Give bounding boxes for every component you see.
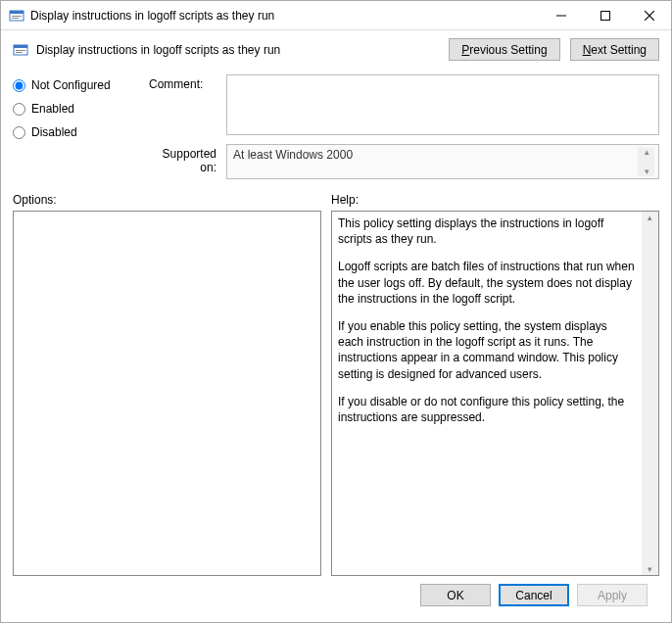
previous-setting-button[interactable]: Previous Setting (449, 38, 559, 61)
svg-rect-2 (12, 16, 22, 17)
header-row: Display instructions in logoff scripts a… (1, 30, 671, 69)
radio-disabled[interactable]: Disabled (13, 125, 145, 139)
radio-not-configured[interactable]: Not Configured (13, 78, 145, 92)
comment-label: Comment: (149, 74, 222, 138)
policy-icon (13, 42, 28, 58)
dialog-footer: OK Cancel Apply (13, 576, 659, 614)
maximize-button[interactable] (583, 1, 627, 29)
help-text: This policy setting displays the instruc… (338, 216, 635, 247)
help-text: If you enable this policy setting, the s… (338, 318, 635, 382)
policy-icon (9, 8, 24, 24)
help-text: If you disable or do not configure this … (338, 394, 635, 425)
svg-rect-5 (600, 11, 609, 20)
svg-rect-11 (16, 52, 23, 53)
supported-on-label: Supported on: (149, 144, 222, 179)
apply-button[interactable]: Apply (577, 584, 648, 606)
window-title: Display instructions in logoff scripts a… (30, 9, 539, 23)
supported-on-value: At least Windows 2000 (231, 147, 638, 176)
supported-scrollbar[interactable]: ▴▾ (638, 147, 654, 176)
help-text: Logoff scripts are batch files of instru… (338, 259, 635, 307)
policy-title: Display instructions in logoff scripts a… (36, 43, 441, 57)
ok-button[interactable]: OK (420, 584, 491, 606)
titlebar: Display instructions in logoff scripts a… (1, 1, 671, 30)
window-controls (539, 1, 671, 29)
radio-not-configured-input[interactable] (13, 79, 25, 92)
state-radio-group: Not Configured Enabled Disabled (13, 74, 145, 179)
radio-not-configured-label: Not Configured (31, 78, 111, 92)
radio-disabled-input[interactable] (13, 126, 25, 139)
svg-rect-3 (12, 18, 19, 19)
comment-textarea[interactable] (226, 74, 659, 135)
options-panel (13, 211, 321, 576)
help-panel: This policy setting displays the instruc… (331, 211, 659, 576)
radio-enabled-input[interactable] (13, 103, 25, 116)
close-button[interactable] (627, 1, 671, 29)
svg-rect-9 (14, 45, 27, 48)
cancel-button[interactable]: Cancel (499, 584, 569, 606)
help-label: Help: (331, 193, 359, 207)
radio-enabled-label: Enabled (31, 102, 74, 116)
svg-rect-10 (16, 50, 25, 51)
options-label: Options: (13, 193, 331, 207)
policy-editor-window: Display instructions in logoff scripts a… (0, 0, 672, 623)
svg-rect-1 (10, 11, 24, 14)
supported-on-field: At least Windows 2000 ▴▾ (226, 144, 659, 179)
radio-disabled-label: Disabled (31, 125, 77, 139)
next-setting-button[interactable]: Next Setting (570, 38, 659, 61)
radio-enabled[interactable]: Enabled (13, 102, 145, 116)
minimize-button[interactable] (539, 1, 583, 29)
help-scrollbar[interactable]: ▴▾ (642, 212, 658, 575)
